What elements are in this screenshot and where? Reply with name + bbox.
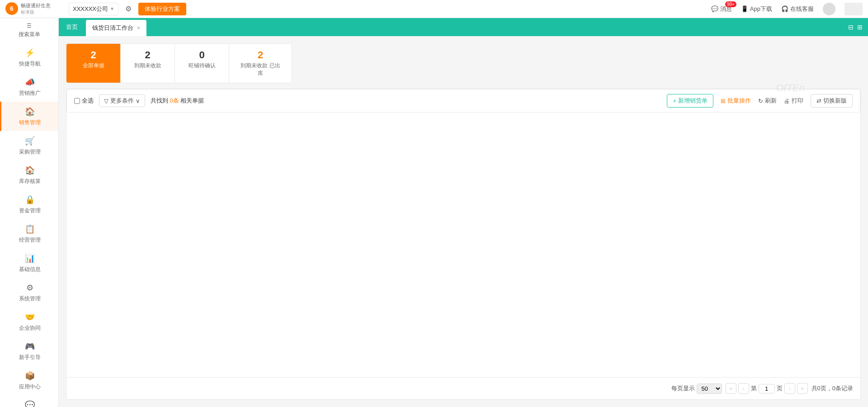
table-container: 全选 ▽ 更多条件 ∨ 共找到 0条 相关单据 + xyxy=(66,89,861,400)
settings-button[interactable]: ⚙ xyxy=(122,3,135,15)
sidebar-item-system[interactable]: ⚙ 系统管理 xyxy=(0,278,58,307)
sidebar-label-system: 系统管理 xyxy=(19,295,41,303)
refresh-label: 刷新 xyxy=(765,97,777,105)
sidebar-item-operations[interactable]: 📋 经营管理 xyxy=(0,219,58,248)
system-icon: ⚙ xyxy=(24,282,35,293)
page-size-area: 每页显示 50 20 100 xyxy=(671,384,722,394)
tab-maximize-icon[interactable]: ⊞ xyxy=(857,23,863,31)
sidebar-label-quick-nav: 快捷导航 xyxy=(19,60,41,68)
sidebar-item-search-menu[interactable]: ☰ 搜索菜单 xyxy=(0,18,58,43)
switch-icon: ⇄ xyxy=(816,98,821,104)
chevron-down-icon: ∨ xyxy=(136,98,140,104)
cooperation-icon: 🤝 xyxy=(24,312,35,323)
flash-icon: ⚡ xyxy=(24,47,35,58)
stat-card-all[interactable]: 2 全部单据 xyxy=(66,44,121,83)
filter-button[interactable]: ▽ 更多条件 ∨ xyxy=(99,94,145,107)
page-content: 2 全部单据 2 到期未收款 0 旺铺待确认 2 到期未收款 已出库 xyxy=(59,36,868,407)
app-download-label: App下载 xyxy=(750,5,772,13)
per-page-select[interactable]: 50 20 100 xyxy=(697,384,722,394)
sidebar-item-purchase[interactable]: 🛒 采购管理 xyxy=(0,131,58,160)
print-button[interactable]: 🖨 打印 xyxy=(784,97,803,105)
online-service-button[interactable]: 🎧 在线客服 xyxy=(781,5,814,13)
basic-info-icon: 📊 xyxy=(24,253,35,264)
new-order-button[interactable]: + 新增销货单 xyxy=(667,94,713,108)
sidebar-label-cooperation: 企业协同 xyxy=(19,324,41,332)
sidebar-item-quick-nav[interactable]: ⚡ 快捷导航 xyxy=(0,43,58,72)
sales-icon: 🏠 xyxy=(24,106,35,117)
avatar[interactable] xyxy=(823,3,835,15)
select-all-area[interactable]: 全选 xyxy=(74,97,94,105)
plus-icon: + xyxy=(673,98,676,104)
wechat-icon: 💬 xyxy=(24,400,35,407)
user-info[interactable] xyxy=(844,3,863,15)
switch-version-button[interactable]: ⇄ 切换新版 xyxy=(811,94,853,108)
prev-page-button[interactable]: ‹ xyxy=(738,383,749,394)
refresh-icon: ↻ xyxy=(758,98,763,104)
table-body xyxy=(66,116,860,377)
batch-operation-button[interactable]: ⊞ 批量操作 xyxy=(721,97,751,105)
tab-bar: 首页 钱货日清工作台 × ⊟ ⊞ xyxy=(59,18,868,36)
stat-label-all: 全部单据 xyxy=(77,62,109,70)
next-page-button[interactable]: › xyxy=(784,383,795,394)
per-page-label: 每页显示 xyxy=(671,384,695,393)
page-number-input[interactable] xyxy=(759,384,775,393)
sidebar-item-inventory[interactable]: 🏠 库存核算 xyxy=(0,160,58,190)
refresh-button[interactable]: ↻ 刷新 xyxy=(758,97,777,105)
tab-close-icon[interactable]: × xyxy=(137,25,140,31)
sidebar-label-marketing: 营销推广 xyxy=(19,89,41,97)
messages-button[interactable]: 💬 消息 99+ xyxy=(711,5,732,13)
select-all-checkbox[interactable] xyxy=(74,98,80,104)
sidebar-item-marketing[interactable]: 📣 营销推广 xyxy=(0,72,58,102)
stat-card-overdue[interactable]: 2 到期未收款 xyxy=(121,44,175,83)
operations-icon: 📋 xyxy=(24,224,35,234)
tab-label: 钱货日清工作台 xyxy=(92,24,133,32)
tab-controls: ⊟ ⊞ xyxy=(848,23,868,31)
logo-icon: 6 xyxy=(5,2,18,15)
filter-icon: ▽ xyxy=(104,98,108,104)
stat-num-shipped: 2 xyxy=(240,49,281,61)
marketing-icon: 📣 xyxy=(24,77,35,88)
sidebar-item-sales[interactable]: 🏠 销售管理 xyxy=(0,102,58,131)
last-page-button[interactable]: » xyxy=(797,383,808,394)
sidebar-label-search: 搜索菜单 xyxy=(19,31,40,38)
sidebar-item-cooperation[interactable]: 🤝 企业协同 xyxy=(0,307,58,337)
sidebar-item-basic-info[interactable]: 📊 基础信息 xyxy=(0,248,58,278)
guide-icon: 🎮 xyxy=(24,341,35,352)
app-download-button[interactable]: 📱 App下载 xyxy=(741,5,772,13)
sidebar-item-wechat[interactable]: 💬 企业微信 xyxy=(0,395,58,407)
experience-button[interactable]: 体验行业方案 xyxy=(138,3,186,15)
apps-icon: 📦 xyxy=(24,370,35,381)
toolbar: 全选 ▽ 更多条件 ∨ 共找到 0条 相关单据 + xyxy=(66,89,860,112)
pagination: 每页显示 50 20 100 « ‹ xyxy=(66,377,860,399)
sidebar-label-apps: 应用中心 xyxy=(19,383,41,391)
download-icon: 📱 xyxy=(741,5,748,12)
sidebar-label-operations: 经营管理 xyxy=(19,236,41,244)
sidebar-label-basic-info: 基础信息 xyxy=(19,266,41,273)
tab-active[interactable]: 钱货日清工作台 × xyxy=(86,20,146,36)
tab-home[interactable]: 首页 xyxy=(59,18,85,36)
logo-area: 6 畅捷通好生意 标准版 xyxy=(5,2,64,15)
company-selector[interactable]: XXXXXX公司 ▼ xyxy=(69,3,118,15)
select-all-label: 全选 xyxy=(82,97,94,105)
sidebar-label-inventory: 库存核算 xyxy=(19,178,41,185)
print-icon: 🖨 xyxy=(784,98,790,104)
page-prefix: 第 xyxy=(751,384,757,393)
print-label: 打印 xyxy=(792,97,803,105)
found-suffix: 相关单据 xyxy=(180,97,204,104)
sidebar-label-guide: 新手引导 xyxy=(19,354,41,361)
main-layout: ☰ 搜索菜单 ⚡ 快捷导航 📣 营销推广 🏠 销售管理 🛒 采购管理 🏠 库存核… xyxy=(0,18,868,407)
tab-minimize-icon[interactable]: ⊟ xyxy=(848,23,854,31)
stat-card-shipped[interactable]: 2 到期未收款 已出库 xyxy=(229,44,292,83)
sidebar: ☰ 搜索菜单 ⚡ 快捷导航 📣 营销推广 🏠 销售管理 🛒 采购管理 🏠 库存核… xyxy=(0,18,59,407)
first-page-button[interactable]: « xyxy=(726,383,736,394)
sidebar-item-finance[interactable]: 🔒 资金管理 xyxy=(0,190,58,219)
finance-icon: 🔒 xyxy=(24,194,35,205)
stats-row: 2 全部单据 2 到期未收款 0 旺铺待确认 2 到期未收款 已出库 xyxy=(66,43,292,83)
sidebar-item-guide[interactable]: 🎮 新手引导 xyxy=(0,337,58,366)
sidebar-label-sales: 销售管理 xyxy=(19,119,41,126)
sidebar-label-purchase: 采购管理 xyxy=(19,148,41,156)
stat-card-pending[interactable]: 0 旺铺待确认 xyxy=(175,44,229,83)
top-right: 💬 消息 99+ 📱 App下载 🎧 在线客服 xyxy=(711,3,863,15)
sidebar-item-apps[interactable]: 📦 应用中心 xyxy=(0,366,58,395)
new-order-label: 新增销货单 xyxy=(678,97,708,105)
